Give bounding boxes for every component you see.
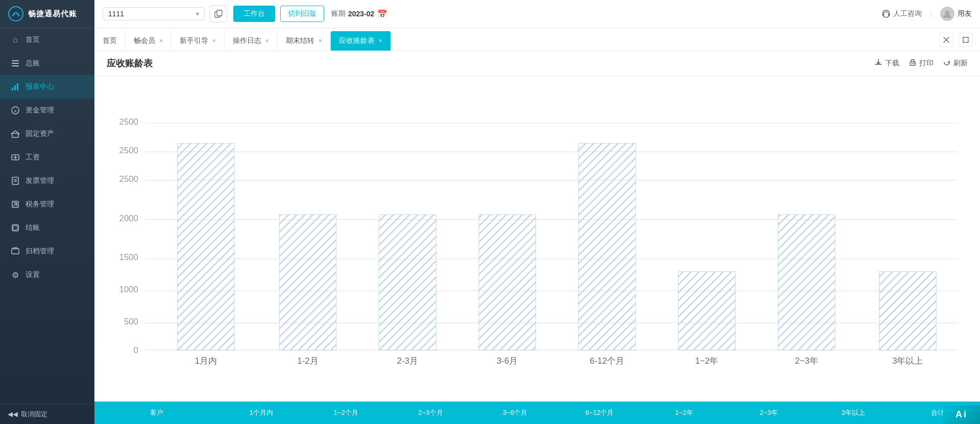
svg-text:1~2年: 1~2年 bbox=[695, 356, 718, 366]
print-button[interactable]: 打印 bbox=[909, 58, 934, 68]
th-1-2year: 1~2年 bbox=[642, 408, 727, 417]
svg-text:2~3年: 2~3年 bbox=[795, 356, 818, 366]
th-customer: 客户 bbox=[94, 408, 219, 417]
svg-text:500: 500 bbox=[124, 317, 138, 326]
tab-period-end[interactable]: 期末结转 × bbox=[278, 31, 331, 51]
tab-guide[interactable]: 新手引导 × bbox=[172, 31, 225, 51]
svg-text:1000: 1000 bbox=[119, 285, 138, 294]
sidebar-item-label: 首页 bbox=[26, 35, 40, 44]
sidebar-footer-label: 取消固定 bbox=[21, 410, 47, 419]
sidebar-item-archive[interactable]: 归档管理 bbox=[0, 240, 94, 263]
sidebar-item-label: 设置 bbox=[26, 270, 40, 279]
sidebar-item-label: 工资 bbox=[26, 153, 40, 162]
th-1-2month: 1~2个月 bbox=[304, 408, 388, 417]
ledger-icon bbox=[10, 58, 20, 68]
svg-point-26 bbox=[914, 62, 915, 63]
tab-vip[interactable]: 畅会员 × bbox=[126, 31, 172, 51]
svg-rect-17 bbox=[12, 249, 19, 254]
user-label: 用友 bbox=[958, 9, 972, 18]
tax-icon bbox=[10, 199, 20, 209]
svg-rect-19 bbox=[217, 10, 222, 16]
tab-close-icon[interactable]: × bbox=[159, 37, 163, 44]
sidebar-item-tax[interactable]: 税务管理 bbox=[0, 193, 94, 216]
assets-icon bbox=[10, 129, 20, 139]
page-actions: 下载 打印 刷新 bbox=[874, 58, 968, 68]
tab-close-icon[interactable]: × bbox=[265, 37, 269, 44]
svg-rect-25 bbox=[911, 63, 914, 64]
svg-text:¥: ¥ bbox=[14, 109, 17, 113]
svg-rect-47 bbox=[479, 215, 536, 350]
calendar-icon[interactable]: 📅 bbox=[377, 9, 387, 19]
download-button[interactable]: 下载 bbox=[874, 58, 899, 68]
tab-label: 首页 bbox=[103, 36, 117, 45]
th-3-6month: 3~6个月 bbox=[473, 408, 557, 417]
tab-close-icon[interactable]: × bbox=[318, 37, 322, 44]
tab-label: 应收账龄表 bbox=[339, 36, 375, 45]
user-area[interactable]: 用友 bbox=[940, 7, 972, 21]
svg-rect-22 bbox=[888, 14, 890, 16]
sidebar-item-label: 总账 bbox=[26, 59, 40, 68]
tabbar-actions bbox=[932, 28, 980, 51]
expand-button[interactable] bbox=[959, 33, 973, 47]
th-1month: 1个月内 bbox=[219, 408, 304, 417]
refresh-label: 刷新 bbox=[953, 59, 968, 68]
svg-rect-5 bbox=[14, 85, 16, 90]
sidebar-item-reports[interactable]: 报表中心 bbox=[0, 75, 94, 99]
tab-close-icon[interactable]: × bbox=[212, 37, 216, 44]
svg-text:3年以上: 3年以上 bbox=[892, 356, 923, 366]
headset-icon bbox=[881, 9, 891, 18]
workbench-button[interactable]: 工作台 bbox=[233, 6, 275, 22]
svg-text:1500: 1500 bbox=[119, 252, 138, 262]
settings-icon: ⚙ bbox=[10, 270, 20, 280]
th-3year-plus: 3年以上 bbox=[811, 408, 896, 417]
company-selector[interactable]: 1111 ▾ bbox=[103, 7, 205, 20]
table-header: 客户 1个月内 1~2个月 2~3个月 3~6个月 6~12个月 1~2年 2~… bbox=[94, 402, 980, 424]
download-icon bbox=[874, 58, 883, 68]
svg-point-23 bbox=[945, 11, 949, 15]
sidebar: 畅捷通易代账 ⌂ 首页 总账 报表中心 ¥ 资金管理 bbox=[0, 0, 94, 424]
sidebar-logo: 畅捷通易代账 bbox=[0, 0, 94, 28]
sidebar-item-salary[interactable]: 工资 bbox=[0, 146, 94, 169]
svg-text:1-2月: 1-2月 bbox=[297, 356, 318, 366]
sidebar-item-close[interactable]: 结账 bbox=[0, 216, 94, 240]
svg-rect-9 bbox=[12, 133, 18, 137]
refresh-button[interactable]: 刷新 bbox=[943, 58, 968, 68]
tab-aging[interactable]: 应收账龄表 × bbox=[331, 31, 391, 51]
tab-home[interactable]: 首页 bbox=[94, 31, 126, 51]
sidebar-item-funds[interactable]: ¥ 资金管理 bbox=[0, 99, 94, 122]
svg-rect-46 bbox=[379, 215, 436, 350]
svg-text:2500: 2500 bbox=[119, 146, 138, 155]
th-2-3month: 2~3个月 bbox=[388, 408, 473, 417]
sidebar-item-home[interactable]: ⌂ 首页 bbox=[0, 28, 94, 52]
svg-rect-44 bbox=[178, 143, 235, 350]
sidebar-item-ledger[interactable]: 总账 bbox=[0, 52, 94, 75]
svg-rect-50 bbox=[778, 215, 835, 350]
sidebar-footer-pin[interactable]: ◀◀ 取消固定 bbox=[0, 404, 94, 424]
expand-icon bbox=[962, 36, 969, 43]
company-name: 1111 bbox=[108, 10, 196, 18]
sidebar-item-label: 归档管理 bbox=[26, 247, 54, 256]
sidebar-item-invoice[interactable]: 发票管理 bbox=[0, 169, 94, 193]
download-label: 下载 bbox=[885, 59, 899, 68]
sidebar-item-assets[interactable]: 固定资产 bbox=[0, 122, 94, 146]
copy-button[interactable] bbox=[210, 5, 227, 22]
svg-rect-2 bbox=[12, 63, 19, 64]
svg-text:1月内: 1月内 bbox=[195, 356, 217, 366]
svg-rect-45 bbox=[279, 215, 336, 350]
tab-log[interactable]: 操作日志 × bbox=[225, 31, 278, 51]
svg-rect-21 bbox=[883, 14, 885, 16]
sidebar-item-label: 发票管理 bbox=[26, 176, 54, 185]
support-button[interactable]: 人工咨询 bbox=[881, 9, 922, 18]
home-icon: ⌂ bbox=[10, 35, 20, 45]
tab-close-icon[interactable]: × bbox=[379, 37, 382, 44]
period-value: 2023-02 bbox=[348, 10, 374, 18]
archive-icon bbox=[10, 246, 20, 256]
refresh-icon bbox=[943, 58, 951, 68]
sidebar-item-settings[interactable]: ⚙ 设置 bbox=[0, 263, 94, 287]
sidebar-item-label: 报表中心 bbox=[26, 82, 54, 91]
ai-badge[interactable]: Ai bbox=[943, 405, 980, 424]
close-all-button[interactable] bbox=[939, 33, 953, 47]
switch-version-button[interactable]: 切到旧版 bbox=[280, 6, 324, 22]
tabbar: 首页 畅会员 × 新手引导 × 操作日志 × 期末结转 × 应收账龄表 × bbox=[94, 28, 980, 51]
svg-rect-16 bbox=[13, 226, 17, 230]
